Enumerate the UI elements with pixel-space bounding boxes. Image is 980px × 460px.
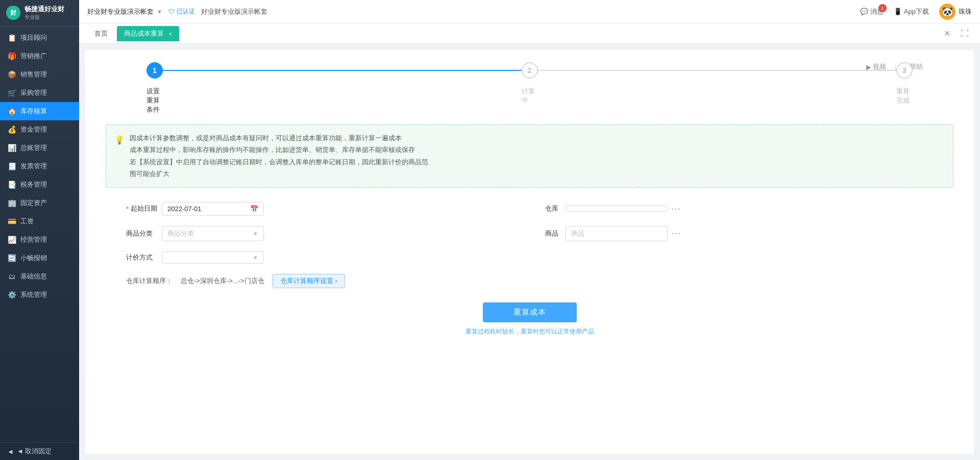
pricing-select[interactable]: ▼ <box>162 251 264 264</box>
project-label: 项目顾问 <box>20 33 47 42</box>
sidebar-item-fixed[interactable]: 🏢固定资产 <box>0 194 79 212</box>
sidebar-item-inventory[interactable]: 🏠库存核算 <box>0 102 79 120</box>
info-box-content: 因成本计算参数调整，或是对商品成本有疑问时，可以通过成本重算功能，重新计算一遍成… <box>130 132 428 180</box>
sidebar-item-sales[interactable]: 📦销售管理 <box>0 65 79 84</box>
close-window-button[interactable]: ✕ <box>941 28 953 39</box>
video-link[interactable]: ▶ 视频 <box>866 62 886 71</box>
category-placeholder: 商品分类 <box>167 229 194 238</box>
logo-subtitle: 专业版 <box>24 14 64 21</box>
account-chevron-icon: ▼ <box>157 9 162 15</box>
sidebar-item-accounting[interactable]: 📊总账管理 <box>0 139 79 157</box>
category-label: 商品分类 <box>126 229 162 238</box>
verified-badge: 🛡 已认证 <box>168 7 195 16</box>
warehouse-order-btn[interactable]: 仓库计算顺序设置 › <box>273 274 345 288</box>
warehouse-more-icon[interactable]: ··· <box>672 203 681 214</box>
action-center: 重算成本 重算过程耗时较长，重算时您可以正常使用产品 <box>106 302 953 336</box>
category-select[interactable]: 商品分类 ▼ <box>162 226 264 241</box>
expense-label: 小畅报销 <box>20 253 47 263</box>
sidebar-item-marketing[interactable]: 🎁营销推广 <box>0 47 79 65</box>
play-icon: ▶ <box>866 63 871 71</box>
step3-circle: 3 <box>896 62 913 79</box>
unpin-label: ◄ 取消固定 <box>17 447 52 456</box>
sidebar-item-expense[interactable]: 🔄小畅报销 <box>0 249 79 267</box>
topbar-right: 💬 消息 1 📱 App下载 🐼 珠珠 <box>860 4 972 20</box>
calendar-icon[interactable]: 📅 <box>250 205 258 213</box>
shield-icon: 🛡 <box>168 8 175 15</box>
sidebar-nav: 📋项目顾问🎁营销推广📦销售管理🛒采购管理🏠库存核算💰资金管理📊总账管理🧾发票管理… <box>0 27 79 442</box>
warehouse-order-value: 总仓->深圳仓库->...->门店仓 <box>181 276 264 286</box>
sidebar-item-project[interactable]: 📋项目顾问 <box>0 29 79 47</box>
tab-home[interactable]: 首页 <box>87 26 115 41</box>
form-row-2: 商品分类 商品分类 ▼ 商品 商品 ··· <box>126 226 933 241</box>
info-line-1: 因成本计算参数调整，或是对商品成本有疑问时，可以通过成本重算功能，重新计算一遍成… <box>130 132 428 144</box>
logo-text-group: 畅捷通好业财 专业版 <box>24 5 64 21</box>
start-date-value: 2022-07-01 <box>167 205 202 213</box>
app-download-button[interactable]: 📱 App下载 <box>894 7 929 16</box>
expense-icon: 🔄 <box>7 254 16 262</box>
operation-icon: 📈 <box>7 236 16 244</box>
message-icon: 💬 <box>860 8 868 15</box>
sidebar-item-salary[interactable]: 💳工资 <box>0 212 79 231</box>
sidebar-item-purchase[interactable]: 🛒采购管理 <box>0 84 79 102</box>
account-selector[interactable]: 好业财专业版演示帐套 ▼ <box>87 7 162 16</box>
app-download-label: App下载 <box>904 7 929 16</box>
account-full-name: 好业财专业版演示帐套 <box>201 7 267 16</box>
start-date-input[interactable]: 2022-07-01 📅 <box>162 202 264 216</box>
inventory-label: 库存核算 <box>20 107 47 116</box>
marketing-label: 营销推广 <box>20 52 47 61</box>
basic-label: 基础信息 <box>20 272 47 281</box>
system-icon: ⚙️ <box>7 291 16 299</box>
sidebar-item-basic[interactable]: 🗂基础信息 <box>0 267 79 286</box>
step2-circle: 2 <box>522 62 538 79</box>
recalc-hint: 重算过程耗时较长，重算时您可以正常使用产品 <box>465 327 594 336</box>
maximize-button[interactable]: ⛶ <box>958 28 972 39</box>
sidebar-item-operation[interactable]: 📈经营管理 <box>0 231 79 249</box>
tab-recalc[interactable]: 商品成本重算 × <box>117 26 179 41</box>
info-line-4: 围可能会扩大 <box>130 168 428 180</box>
sidebar-item-tax[interactable]: 📑税务管理 <box>0 175 79 194</box>
sidebar-item-invoice[interactable]: 🧾发票管理 <box>0 157 79 175</box>
sales-label: 销售管理 <box>20 70 47 79</box>
pricing-label: 计价方式 <box>126 253 162 262</box>
warehouse-input[interactable] <box>566 206 668 212</box>
start-date-field: * 起始日期 2022-07-01 📅 <box>126 202 514 216</box>
sidebar-unpin[interactable]: ◄ ◄ 取消固定 <box>0 442 79 460</box>
tabs-right-actions: ✕ ⛶ <box>941 28 972 39</box>
sidebar-logo: 财 畅捷通好业财 专业版 <box>0 0 79 27</box>
tab-home-label: 首页 <box>94 30 108 37</box>
goods-label: 商品 <box>545 229 566 238</box>
tab-close-icon[interactable]: × <box>169 31 172 37</box>
project-icon: 📋 <box>7 34 16 42</box>
purchase-label: 采购管理 <box>20 88 47 97</box>
tabs-bar: 首页 商品成本重算 × ✕ ⛶ <box>79 23 980 44</box>
goods-field: 商品 商品 ··· <box>545 226 934 241</box>
warehouse-order-label: 仓库计算顺序： <box>126 276 173 286</box>
fixed-label: 固定资产 <box>20 198 47 208</box>
steps-section: 1 2 3 <box>106 62 953 114</box>
accounting-label: 总账管理 <box>20 143 47 152</box>
goods-more-icon[interactable]: ··· <box>672 228 681 239</box>
goods-placeholder: 商品 <box>571 229 584 238</box>
salary-icon: 💳 <box>7 217 16 225</box>
fixed-icon: 🏢 <box>7 199 16 207</box>
step1-label: 设置重算条件 <box>146 87 163 114</box>
tax-icon: 📑 <box>7 181 16 189</box>
bulb-icon: 💡 <box>114 133 125 180</box>
sidebar-item-system[interactable]: ⚙️系统管理 <box>0 286 79 304</box>
basic-icon: 🗂 <box>7 272 16 280</box>
finance-icon: 💰 <box>7 125 16 134</box>
page-content: 1 2 3 <box>85 50 974 454</box>
sidebar: 财 畅捷通好业财 专业版 📋项目顾问🎁营销推广📦销售管理🛒采购管理🏠库存核算💰资… <box>0 0 79 460</box>
tax-label: 税务管理 <box>20 180 47 189</box>
step1-circle: 1 <box>146 62 163 79</box>
goods-input[interactable]: 商品 <box>566 226 668 241</box>
message-button[interactable]: 💬 消息 1 <box>860 7 884 16</box>
user-profile[interactable]: 🐼 珠珠 <box>939 4 972 20</box>
category-chevron-icon: ▼ <box>253 231 258 237</box>
step3-label: 重算完成 <box>896 87 913 105</box>
sidebar-item-finance[interactable]: 💰资金管理 <box>0 120 79 139</box>
logo-title: 畅捷通好业财 <box>24 5 64 14</box>
verified-text: 已认证 <box>177 7 195 16</box>
main-container: 好业财专业版演示帐套 ▼ 🛡 已认证 好业财专业版演示帐套 💬 消息 1 📱 A… <box>79 0 980 460</box>
recalc-button[interactable]: 重算成本 <box>483 302 577 322</box>
